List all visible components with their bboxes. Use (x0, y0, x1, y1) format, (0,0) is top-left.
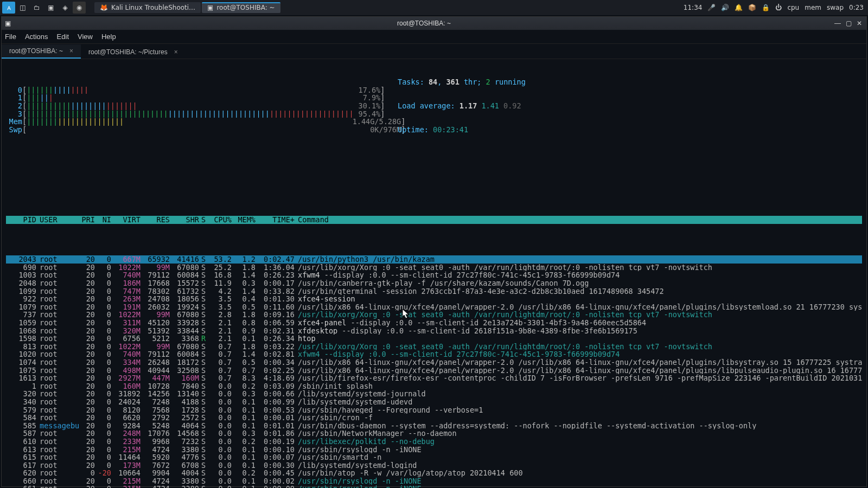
col-shr[interactable]: SHR (170, 216, 199, 224)
col-pid[interactable]: PID (6, 216, 36, 224)
process-row[interactable]: 613root200215M47243380S0.00.10:00.10/usr… (6, 446, 862, 454)
tasks-label: Tasks: (398, 78, 429, 86)
process-row[interactable]: 1003root200740M7911260084S16.81.40:26.23… (6, 271, 862, 279)
swap-label: swap (827, 4, 844, 11)
process-row[interactable]: 620root0-201066499044004S0.00.20:00.45/u… (6, 469, 862, 477)
process-row[interactable]: 320root200318921425613140S0.00.30:00.66/… (6, 390, 862, 398)
process-row[interactable]: 2048root200186M1766815572S11.90.30:00.17… (6, 279, 862, 287)
col-s[interactable]: S (199, 216, 208, 224)
menu-actions[interactable]: Actions (25, 33, 48, 41)
process-row[interactable]: 615root2001146459204776S0.00.10:00.07/us… (6, 453, 862, 461)
capture-icon[interactable]: ◉ (73, 2, 86, 14)
taskbar: ⟑ ◫ 🗀 ▣ ◈ ◉ 🦊Kali Linux TroubleShooti…▣r… (0, 0, 868, 15)
taskbar-right: 11:34 🎤 🔊 🔔 📦 🔒 ⏻ cpu mem swap 0:23 (684, 4, 868, 11)
uptime-label: Uptime: (398, 125, 433, 134)
process-row[interactable]: 617root200173M76726708S0.00.10:00.30/lib… (6, 461, 862, 470)
terminal-launch-icon[interactable]: ▣ (44, 2, 58, 14)
process-row[interactable]: 1020root200740M7911260084S0.71.40:02.81x… (6, 350, 862, 358)
network-icon[interactable]: 🔒 (762, 4, 770, 11)
col-user[interactable]: USER (36, 216, 75, 224)
process-row[interactable]: 660root200215M47243380S0.00.10:00.02/usr… (6, 477, 862, 485)
load-label: Load average: (398, 101, 459, 110)
menu-edit[interactable]: Edit (57, 33, 69, 41)
firefox-icon: 🦊 (100, 4, 108, 11)
process-row[interactable]: 1613root2002927M447M160MS0.78.34:18.69/u… (6, 374, 862, 382)
tab-label: root@TOSHIBA: ~/Pictures (88, 48, 168, 56)
titlebar[interactable]: ▣ root@TOSHIBA: ~ — ▢ ✕ (2, 17, 866, 30)
process-row[interactable]: 737root2001022M99M67080S2.81.80:09.16/us… (6, 311, 862, 319)
process-row[interactable]: 1099root200747M7830261732S4.21.40:33.82/… (6, 287, 862, 296)
load-15: 0.92 (503, 101, 521, 110)
app-icon[interactable]: ◈ (59, 2, 72, 14)
col-pri[interactable]: PRI (75, 216, 95, 224)
col-time[interactable]: TIME+ (256, 216, 295, 224)
tab-bar: root@TOSHIBA: ~×root@TOSHIBA: ~/Pictures… (2, 44, 866, 59)
process-list[interactable]: 2043root200667M6593241416S53.21.20:02.47… (6, 255, 862, 488)
minimize-button[interactable]: — (834, 20, 841, 27)
volume-icon[interactable]: 🔊 (721, 4, 729, 11)
process-row[interactable]: 922root200263M2470818056S3.50.40:01.30xf… (6, 295, 862, 303)
process-header[interactable]: PIDUSERPRINIVIRTRESSHRSCPU%MEM%TIME+Comm… (6, 216, 862, 224)
files-icon[interactable]: 🗀 (30, 2, 43, 14)
menu-view[interactable]: View (78, 33, 93, 41)
close-button[interactable]: ✕ (856, 20, 863, 27)
window-title: root@TOSHIBA: ~ (14, 20, 834, 27)
process-row[interactable]: 813root2001022M99M67080S0.71.80:03.22/us… (6, 343, 862, 351)
process-row[interactable]: 584root200662027922572S0.00.10:00.01/usr… (6, 414, 862, 422)
process-row[interactable]: 585messagebu200928452484064S0.00.10:01.0… (6, 422, 862, 430)
process-row[interactable]: 587root200248M1707614568S0.00.30:01.86/u… (6, 429, 862, 438)
tasks-count: 84 (429, 78, 437, 86)
taskbar-clock[interactable]: 11:34 (684, 4, 703, 11)
window-icon: ▣ (5, 20, 11, 27)
power-icon[interactable]: ⏻ (775, 4, 782, 11)
taskbar-window-label: Kali Linux TroubleShooti… (111, 4, 195, 11)
col-cpu[interactable]: CPU% (208, 216, 232, 224)
tab-label: root@TOSHIBA: ~ (9, 47, 63, 55)
col-mem[interactable]: MEM% (232, 216, 256, 224)
process-row[interactable]: 1068root200320M5139233844S2.10.90:02.31x… (6, 327, 862, 335)
col-virt[interactable]: VIRT (111, 216, 141, 224)
workspace-icon[interactable]: ◫ (16, 2, 29, 14)
mic-icon[interactable]: 🎤 (707, 4, 716, 11)
htop-content[interactable]: 0[|||||||||||||| 17.6%]1[|||||| 7.9%]2[|… (2, 59, 866, 488)
process-row[interactable]: 579root200812075681728S0.00.10:00.53/usr… (6, 406, 862, 414)
taskbar-windows: 🦊Kali Linux TroubleShooti…▣root@TOSHIBA:… (94, 2, 280, 13)
terminal-tab-0[interactable]: root@TOSHIBA: ~× (2, 44, 81, 59)
menu-file[interactable]: File (5, 33, 16, 41)
menu-help[interactable]: Help (101, 33, 116, 41)
update-icon[interactable]: 📦 (748, 4, 756, 11)
col-res[interactable]: RES (141, 216, 170, 224)
col-command[interactable]: Command (295, 216, 862, 224)
system-info: Tasks: 84, 361 thr; 2 running Load avera… (398, 62, 526, 150)
process-row[interactable]: 1079root200191M2603219924S3.50.50:11.60/… (6, 303, 862, 311)
process-row[interactable]: 2043root200667M6593241416S53.21.20:02.47… (6, 255, 862, 264)
mem-label: mem (805, 4, 821, 11)
process-row[interactable]: 340root2002402472484188S0.00.10:00.99/li… (6, 398, 862, 406)
col-ni[interactable]: NI (95, 216, 111, 224)
maximize-button[interactable]: ▢ (845, 20, 852, 27)
process-row[interactable]: 690root2001022M99M67080S25.21.81:36.04/u… (6, 264, 862, 272)
process-row[interactable]: 610root200233M99687232S0.00.20:00.19/usr… (6, 438, 862, 446)
uptime-short: 0:23 (849, 4, 864, 11)
thread-count: 361 (446, 78, 459, 86)
process-row[interactable]: 661root200215M47243380S0.00.10:00.00/usr… (6, 485, 862, 488)
terminal-window: ▣ root@TOSHIBA: ~ — ▢ ✕ FileActionsEditV… (1, 16, 867, 487)
process-row[interactable]: 1059root200311M4512033928S2.10.80:06.59x… (6, 319, 862, 327)
taskbar-window-1[interactable]: ▣root@TOSHIBA: ~ (202, 2, 280, 13)
notify-icon[interactable]: 🔔 (735, 4, 743, 11)
load-5: 1.41 (481, 101, 499, 110)
cpu-label: cpu (787, 4, 799, 11)
process-row[interactable]: 1root200160M107287840S0.00.20:03.09/sbin… (6, 382, 862, 390)
process-row[interactable]: 1598root200675652123368R2.10.10:26.34hto… (6, 335, 862, 343)
taskbar-window-0[interactable]: 🦊Kali Linux TroubleShooti… (94, 2, 201, 13)
tab-close-icon[interactable]: × (174, 48, 178, 56)
tab-close-icon[interactable]: × (69, 47, 73, 55)
menubar: FileActionsEditViewHelp (2, 30, 866, 44)
taskbar-window-label: root@TOSHIBA: ~ (216, 4, 275, 11)
process-row[interactable]: 1074root200334M2624818172S0.70.50:00.34/… (6, 358, 862, 367)
kali-menu-icon[interactable]: ⟑ (2, 2, 15, 14)
process-row[interactable]: 1075root200498M4094432508S0.70.70:02.25/… (6, 367, 862, 375)
taskbar-left: ⟑ ◫ 🗀 ▣ ◈ ◉ (0, 2, 88, 14)
running-count: 2 (486, 78, 490, 86)
terminal-tab-1[interactable]: root@TOSHIBA: ~/Pictures× (81, 46, 186, 59)
